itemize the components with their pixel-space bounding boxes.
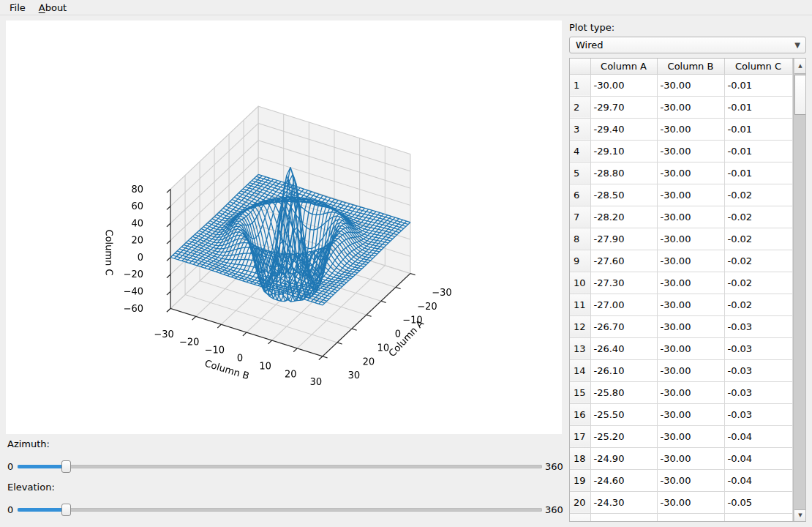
table-cell[interactable]: -0.02	[724, 184, 792, 206]
table-cell[interactable]: -30.00	[657, 425, 724, 447]
table-cell[interactable]: -0.02	[724, 294, 792, 315]
table-cell[interactable]: -0.02	[724, 250, 792, 272]
plot-canvas[interactable]	[6, 20, 562, 434]
table-cell[interactable]: -30.00	[657, 228, 724, 250]
table-cell[interactable]	[590, 513, 657, 522]
table-cell[interactable]: -30.00	[657, 140, 724, 162]
azimuth-slider-handle[interactable]	[61, 460, 71, 473]
row-number-cell[interactable]: 4	[570, 140, 590, 162]
row-number-cell[interactable]: 17	[570, 425, 590, 447]
table-cell[interactable]: -24.30	[590, 491, 657, 513]
row-number-cell[interactable]: 15	[570, 381, 590, 403]
table-cell[interactable]: -30.00	[657, 272, 724, 294]
table-cell[interactable]: -30.00	[657, 250, 724, 272]
row-number-cell[interactable]: 6	[570, 184, 590, 206]
table-cell[interactable]: -30.00	[657, 315, 724, 337]
table-cell[interactable]: -26.70	[590, 315, 657, 337]
table-cell[interactable]: -0.04	[724, 425, 792, 447]
table-cell[interactable]: -28.20	[590, 206, 657, 228]
elevation-slider-fill[interactable]	[18, 508, 66, 512]
table-cell[interactable]: -28.50	[590, 184, 657, 206]
azimuth-slider-fill[interactable]	[18, 465, 66, 468]
row-number-cell[interactable]: 5	[570, 162, 590, 184]
table-cell[interactable]: -30.00	[657, 359, 724, 381]
menu-item-file[interactable]: File	[3, 1, 32, 14]
table-cell[interactable]: -30.00	[657, 447, 724, 469]
table-cell[interactable]: -0.01	[724, 74, 792, 96]
table-cell[interactable]: -0.02	[724, 272, 792, 294]
table-cell[interactable]: -24.90	[590, 447, 657, 469]
row-number-cell[interactable]: 19	[570, 469, 590, 491]
row-number-cell[interactable]: 2	[570, 96, 590, 118]
row-number-cell[interactable]	[570, 513, 590, 522]
table-cell[interactable]: -0.03	[724, 381, 792, 403]
table-cell[interactable]: -0.04	[724, 469, 792, 491]
table-cell[interactable]: -30.00	[657, 96, 724, 118]
row-number-cell[interactable]: 20	[570, 491, 590, 513]
azimuth-slider-track[interactable]	[18, 465, 542, 468]
table-cell[interactable]: -29.10	[590, 140, 657, 162]
table-cell[interactable]: -30.00	[657, 74, 724, 96]
elevation-slider-handle[interactable]	[61, 504, 71, 516]
table-cell[interactable]: -30.00	[657, 118, 724, 140]
row-number-cell[interactable]: 14	[570, 359, 590, 381]
row-number-cell[interactable]: 3	[570, 118, 590, 140]
table-cell[interactable]: -25.20	[590, 425, 657, 447]
row-number-cell[interactable]: 7	[570, 206, 590, 228]
table-cell[interactable]: -0.03	[724, 359, 792, 381]
table-cell[interactable]: -30.00	[657, 162, 724, 184]
table-cell[interactable]: -30.00	[657, 184, 724, 206]
row-number-cell[interactable]: 16	[570, 403, 590, 425]
row-number-cell[interactable]: 13	[570, 337, 590, 359]
table-cell[interactable]: -27.90	[590, 228, 657, 250]
table-cell[interactable]: -0.01	[724, 162, 792, 184]
row-number-cell[interactable]: 1	[570, 74, 590, 96]
table-cell[interactable]: -27.60	[590, 250, 657, 272]
table-cell[interactable]: -25.80	[590, 381, 657, 403]
table-cell[interactable]: -0.01	[724, 118, 792, 140]
row-number-cell[interactable]: 9	[570, 250, 590, 272]
row-number-cell[interactable]: 12	[570, 315, 590, 337]
table-cell[interactable]: -0.01	[724, 140, 792, 162]
plot-type-select[interactable]: Wired ▼	[569, 37, 806, 53]
table-cell[interactable]	[657, 513, 724, 522]
row-number-cell[interactable]: 8	[570, 228, 590, 250]
col-header-a[interactable]: Column A	[590, 59, 657, 74]
table-cell[interactable]	[724, 513, 792, 522]
elevation-slider-track[interactable]	[18, 508, 542, 512]
row-number-cell[interactable]: 11	[570, 294, 590, 315]
table-cell[interactable]: -0.05	[724, 491, 792, 513]
scroll-thumb[interactable]	[794, 75, 806, 115]
table-cell[interactable]: -29.70	[590, 96, 657, 118]
col-header-c[interactable]: Column C	[724, 59, 792, 74]
table-cell[interactable]: -25.50	[590, 403, 657, 425]
row-number-cell[interactable]: 18	[570, 447, 590, 469]
table-cell[interactable]: -27.00	[590, 294, 657, 315]
table-cell[interactable]: -30.00	[657, 294, 724, 315]
table-cell[interactable]: -30.00	[657, 206, 724, 228]
table-cell[interactable]: -28.80	[590, 162, 657, 184]
col-header-b[interactable]: Column B	[657, 59, 724, 74]
table-cell[interactable]: -30.00	[590, 74, 657, 96]
row-number-cell[interactable]: 10	[570, 272, 590, 294]
menu-item-about[interactable]: About	[32, 1, 73, 14]
table-cell[interactable]: -0.03	[724, 337, 792, 359]
table-cell[interactable]: -24.60	[590, 469, 657, 491]
table-cell[interactable]: -30.00	[657, 381, 724, 403]
table-cell[interactable]: -27.30	[590, 272, 657, 294]
table-cell[interactable]: -29.40	[590, 118, 657, 140]
table-cell[interactable]: -30.00	[657, 491, 724, 513]
table-cell[interactable]: -0.02	[724, 228, 792, 250]
table-cell[interactable]: -26.10	[590, 359, 657, 381]
table-cell[interactable]: -0.01	[724, 96, 792, 118]
table-cell[interactable]: -26.40	[590, 337, 657, 359]
table-cell[interactable]: -0.02	[724, 206, 792, 228]
scroll-up-icon[interactable]: ▲	[794, 59, 806, 74]
table-cell[interactable]: -0.03	[724, 315, 792, 337]
table-cell[interactable]: -30.00	[657, 337, 724, 359]
table-scrollbar[interactable]: ▲ ▼	[793, 59, 805, 521]
table-cell[interactable]: -0.03	[724, 403, 792, 425]
table-cell[interactable]: -30.00	[657, 403, 724, 425]
table-corner-cell[interactable]	[570, 59, 590, 74]
table-cell[interactable]: -30.00	[657, 469, 724, 491]
